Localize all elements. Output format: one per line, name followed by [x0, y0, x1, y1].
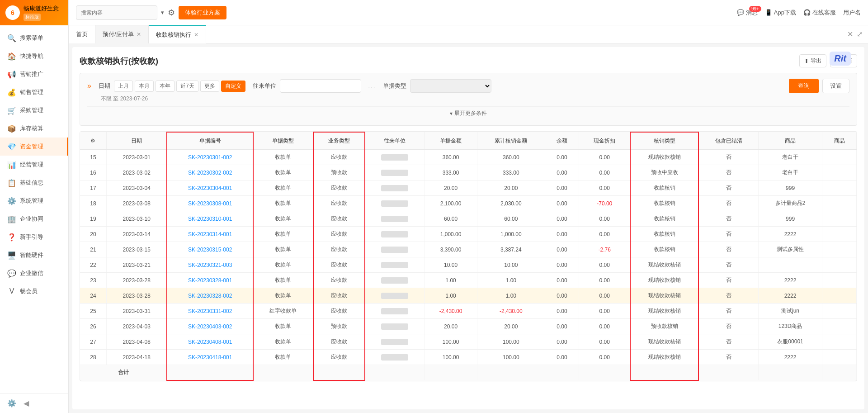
table-row[interactable]: 15 2023-03-01 SK-20230301-002 收款单 应收款 36…	[80, 150, 857, 165]
sidebar-item-sales[interactable]: 💰 销售管理	[0, 83, 68, 101]
export-btn[interactable]: ⬆ 导出	[799, 54, 826, 67]
bill-no-link[interactable]: SK-20230328-001	[188, 277, 232, 284]
date-btn-7days[interactable]: 近7天	[176, 81, 198, 92]
gear-icon[interactable]: ⚙	[168, 8, 175, 18]
sidebar-item-wechat[interactable]: 💬 企业微信	[0, 264, 68, 282]
table-row[interactable]: 21 2023-03-15 SK-20230315-002 收款单 应收款 3,…	[80, 242, 857, 257]
bill-no-link[interactable]: SK-20230308-001	[188, 200, 232, 207]
cell-balance: 0.00	[545, 334, 579, 350]
settings-icon[interactable]: ⚙️	[7, 399, 16, 408]
cell-biz-type: 应收款	[313, 334, 365, 350]
bill-no-link[interactable]: SK-20230418-001	[188, 354, 232, 361]
counterpart-input[interactable]	[280, 79, 361, 93]
operations-label: 经营管理	[20, 161, 43, 169]
sidebar-item-basic[interactable]: 📋 基础信息	[0, 174, 68, 192]
bill-no-link[interactable]: SK-20230301-002	[188, 154, 232, 161]
cell-product2	[822, 273, 857, 288]
dropdown-btn[interactable]: ▾	[161, 6, 164, 19]
search-input[interactable]	[76, 5, 157, 20]
bill-no-link[interactable]: SK-20230315-002	[188, 247, 232, 253]
query-btn[interactable]: 查询	[789, 79, 819, 93]
cell-bill-no: SK-20230315-002	[167, 242, 253, 257]
table-row[interactable]: 26 2023-04-03 SK-20230403-002 收款单 预收款 20…	[80, 319, 857, 334]
cell-product1: 2222	[758, 350, 822, 365]
expand-conditions-btn[interactable]: ▾ 展开更多条件	[87, 106, 849, 120]
th-counterpart: 往来单位	[365, 132, 425, 150]
table-row[interactable]: 17 2023-03-04 SK-20230304-001 收款单 应收款 20…	[80, 180, 857, 196]
tab-expand-icon[interactable]: ⤢	[857, 30, 863, 38]
table-row[interactable]: 16 2023-03-02 SK-20230302-002 收款单 预收款 33…	[80, 165, 857, 180]
expand-toggle-icon[interactable]: »	[87, 82, 91, 90]
sidebar-item-hardware[interactable]: 🖥️ 智能硬件	[0, 246, 68, 264]
sidebar-item-finance[interactable]: 💎 资金管理	[0, 138, 68, 156]
cell-include-settled: 否	[698, 165, 758, 180]
tab-pre-receipts[interactable]: 预付/应付单 ✕	[95, 25, 149, 43]
industry-btn[interactable]: 体验行业方案	[179, 6, 226, 19]
date-btn-custom[interactable]: 自定义	[221, 81, 245, 92]
cell-cash-discount: 0.00	[579, 334, 630, 350]
tab-close-all-icon[interactable]: ✕	[847, 30, 853, 38]
cell-cash-discount: 0.00	[579, 319, 630, 334]
app-download-area[interactable]: 📱 App下载	[765, 9, 796, 17]
table-row[interactable]: 24 2023-03-28 SK-20230328-002 收款单 应收款 1.…	[80, 288, 857, 304]
bill-no-link[interactable]: SK-20230304-001	[188, 185, 232, 191]
cell-bill-amount: 333.00	[425, 165, 477, 180]
th-settings[interactable]: ⚙	[80, 132, 106, 150]
cell-verify-type: 现结收款核销	[630, 288, 698, 304]
tab-home[interactable]: 首页	[69, 25, 95, 43]
cell-no: 28	[80, 350, 106, 365]
online-service-area[interactable]: 🎧 在线客服	[803, 9, 836, 17]
bill-no-link[interactable]: SK-20230403-002	[188, 323, 232, 330]
date-btn-last-month[interactable]: 上月	[114, 81, 133, 92]
tab-receipt-verify-close[interactable]: ✕	[194, 32, 198, 38]
member-label: 畅会员	[20, 287, 38, 295]
tab-receipt-verify[interactable]: 收款核销执行 ✕	[149, 25, 206, 43]
sidebar-item-quick-nav[interactable]: 🏠 快捷导航	[0, 47, 68, 65]
cell-counterpart	[365, 350, 425, 365]
bill-no-link[interactable]: SK-20230314-001	[188, 231, 232, 237]
table-row[interactable]: 23 2023-03-28 SK-20230328-001 收款单 应收款 1.…	[80, 273, 857, 288]
sidebar-item-marketing[interactable]: 📢 营销推广	[0, 65, 68, 83]
sidebar-item-inventory[interactable]: 📦 库存核算	[0, 119, 68, 138]
messages-area[interactable]: 💬 消息 99+	[737, 9, 758, 17]
table-row[interactable]: 22 2023-03-21 SK-20230321-003 收款单 应收款 10…	[80, 257, 857, 273]
bill-no-link[interactable]: SK-20230310-001	[188, 216, 232, 222]
bill-no-link[interactable]: SK-20230408-001	[188, 339, 232, 345]
date-btn-this-year[interactable]: 本年	[156, 81, 175, 92]
bill-no-link[interactable]: SK-20230321-003	[188, 262, 232, 268]
table-row[interactable]: 20 2023-03-14 SK-20230314-001 收款单 应收款 1,…	[80, 227, 857, 242]
cell-bill-no: SK-20230304-001	[167, 180, 253, 196]
cell-verify-type: 收款核销	[630, 242, 698, 257]
table-row[interactable]: 28 2023-04-18 SK-20230418-001 收款单 应收款 10…	[80, 350, 857, 365]
collapse-icon[interactable]: ◀	[24, 399, 29, 408]
sidebar-item-search[interactable]: 🔍 搜索菜单	[0, 29, 68, 47]
date-filter: 日期 上月 本月 本年 近7天 更多 自定义	[99, 81, 245, 92]
sidebar-item-system[interactable]: ⚙️ 系统管理	[0, 192, 68, 210]
date-btn-this-month[interactable]: 本月	[135, 81, 154, 92]
settings-btn[interactable]: 设置	[822, 79, 849, 93]
cell-biz-type: 应收款	[313, 211, 365, 227]
sales-icon: 💰	[7, 88, 16, 97]
total-balance	[545, 365, 579, 380]
cell-biz-type: 应收款	[313, 227, 365, 242]
logo-icon: 6	[5, 5, 20, 20]
cell-no: 20	[80, 227, 106, 242]
table-row[interactable]: 25 2023-03-31 SK-20230331-002 红字收款单 应收款 …	[80, 304, 857, 319]
tab-pre-receipts-close[interactable]: ✕	[137, 31, 141, 38]
sidebar-item-purchase[interactable]: 🛒 采购管理	[0, 101, 68, 119]
date-btn-more[interactable]: 更多	[200, 81, 219, 92]
table-row[interactable]: 18 2023-03-08 SK-20230308-001 收款单 应收款 2,…	[80, 196, 857, 211]
export-icon: ⬆	[804, 58, 809, 64]
wechat-icon: 💬	[7, 269, 16, 278]
sidebar-item-member[interactable]: V 畅会员	[0, 282, 68, 300]
sidebar-item-enterprise[interactable]: 🏢 企业协同	[0, 210, 68, 228]
table-row[interactable]: 19 2023-03-10 SK-20230310-001 收款单 应收款 60…	[80, 211, 857, 227]
bill-no-link[interactable]: SK-20230331-002	[188, 308, 232, 314]
bill-type-select[interactable]	[410, 79, 491, 93]
sidebar-item-operations[interactable]: 📊 经营管理	[0, 156, 68, 174]
user-info[interactable]: 用户名	[843, 9, 861, 17]
bill-no-link[interactable]: SK-20230328-002	[188, 293, 232, 299]
bill-no-link[interactable]: SK-20230302-002	[188, 170, 232, 176]
sidebar-item-guide[interactable]: ❓ 新手引导	[0, 228, 68, 246]
table-row[interactable]: 27 2023-04-08 SK-20230408-001 收款单 应收款 10…	[80, 334, 857, 350]
